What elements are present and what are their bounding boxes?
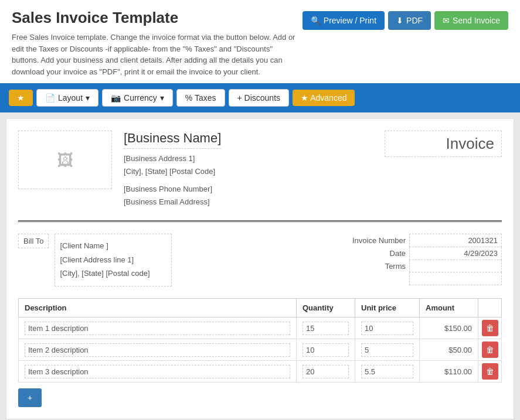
add-row-button[interactable]: +	[18, 388, 42, 407]
col-actions	[478, 299, 502, 317]
invoice-date-value[interactable]: 4/29/2023	[410, 247, 502, 260]
item-amount-cell-1: $50.00	[420, 339, 478, 361]
preview-print-button[interactable]: 🔍 Preview / Print	[303, 11, 385, 30]
search-icon: 🔍	[311, 16, 321, 25]
item-unitprice-cell-0[interactable]	[355, 317, 420, 339]
invoice-meta: Invoice Number 2001321 Date 4/29/2023 Te…	[314, 234, 502, 286]
logo-box[interactable]: 🖼	[18, 131, 112, 189]
invoice-number-row: Invoice Number 2001321	[314, 234, 502, 247]
taxes-button[interactable]: % Taxes	[176, 89, 225, 107]
billing-section: Bill To [Client Name ] [Client Address l…	[18, 234, 502, 286]
items-table: Description Quantity Unit price Amount $…	[18, 298, 502, 383]
business-address1[interactable]: [Business Address 1]	[124, 152, 221, 165]
item-unitprice-input-1[interactable]	[361, 343, 413, 357]
page-description: Free Sales Invoice template. Change the …	[12, 32, 299, 77]
home-icon: ★	[17, 93, 25, 103]
item-description-input-1[interactable]	[25, 343, 290, 357]
business-info: [Business Name] [Business Address 1] [Ci…	[124, 131, 221, 209]
trash-icon: 🗑	[486, 323, 494, 333]
invoice-terms-value[interactable]	[410, 260, 502, 272]
layout-icon: 📄	[45, 93, 55, 103]
invoice-extra-label	[314, 272, 410, 285]
advanced-button[interactable]: ★ Advanced	[293, 90, 355, 106]
discounts-button[interactable]: + Discounts	[229, 89, 290, 107]
client-name[interactable]: [Client Name ]	[60, 239, 166, 252]
item-unitprice-cell-1[interactable]	[355, 339, 420, 361]
item-quantity-cell-1[interactable]	[297, 339, 355, 361]
invoice-terms-row: Terms	[314, 260, 502, 272]
business-city-state-zip[interactable]: [City], [State] [Postal Code]	[124, 165, 221, 178]
image-icon: 🖼	[57, 151, 73, 170]
col-description: Description	[19, 299, 297, 317]
col-quantity: Quantity	[297, 299, 355, 317]
currency-button[interactable]: 📷 Currency ▾	[102, 89, 173, 107]
invoice-extra-row	[314, 272, 502, 285]
invoice-title-box: Invoice	[385, 131, 502, 209]
item-amount-cell-0: $150.00	[420, 317, 478, 339]
caret-icon: ▾	[86, 93, 90, 103]
col-amount: Amount	[420, 299, 478, 317]
item-amount-cell-2: $110.00	[420, 361, 478, 383]
trash-icon: 🗑	[486, 367, 494, 376]
meta-table: Invoice Number 2001321 Date 4/29/2023 Te…	[314, 234, 502, 285]
item-unitprice-cell-2[interactable]	[355, 361, 420, 383]
email-icon: ✉	[443, 16, 450, 25]
item-delete-cell-1[interactable]: 🗑	[478, 339, 502, 361]
item-quantity-cell-0[interactable]	[297, 317, 355, 339]
table-row: $110.00 🗑	[19, 361, 502, 383]
item-description-input-0[interactable]	[25, 322, 290, 335]
item-quantity-input-0[interactable]	[303, 322, 349, 335]
item-quantity-cell-2[interactable]	[297, 361, 355, 383]
invoice-date-row: Date 4/29/2023	[314, 247, 502, 260]
page-title: Sales Invoice Template	[12, 9, 299, 27]
pdf-button[interactable]: ⬇ PDF	[388, 11, 431, 30]
business-email[interactable]: [Business Email Address]	[124, 196, 221, 209]
col-unit-price: Unit price	[355, 299, 420, 317]
delete-row-button-1[interactable]: 🗑	[482, 342, 498, 358]
table-row: $150.00 🗑	[19, 317, 502, 339]
home-button[interactable]: ★	[9, 90, 33, 106]
caret-icon: ▾	[160, 93, 164, 103]
item-description-input-2[interactable]	[25, 365, 290, 378]
item-unitprice-input-2[interactable]	[361, 365, 413, 378]
item-description-cell-0[interactable]	[19, 317, 297, 339]
invoice-terms-label: Terms	[314, 260, 410, 272]
invoice-date-label: Date	[314, 247, 410, 260]
invoice-number-label: Invoice Number	[314, 234, 410, 247]
invoice-area: 🖼 [Business Name] [Business Address 1] […	[6, 118, 514, 419]
trash-icon: 🗑	[486, 345, 494, 354]
delete-row-button-0[interactable]: 🗑	[482, 320, 498, 336]
invoice-extra-value[interactable]	[410, 272, 502, 285]
delete-row-button-2[interactable]: 🗑	[482, 363, 498, 380]
item-delete-cell-0[interactable]: 🗑	[478, 317, 502, 339]
layout-button[interactable]: 📄 Layout ▾	[36, 89, 98, 107]
invoice-header: 🖼 [Business Name] [Business Address 1] […	[18, 131, 502, 209]
business-phone[interactable]: [Business Phone Number]	[124, 183, 221, 196]
header-divider	[18, 220, 502, 222]
toolbar: ★ 📄 Layout ▾ 📷 Currency ▾ % Taxes + Disc…	[0, 83, 520, 112]
send-invoice-button[interactable]: ✉ Send Invoice	[434, 11, 508, 30]
bill-to-box: Bill To [Client Name ] [Client Address l…	[18, 234, 172, 286]
item-delete-cell-2[interactable]: 🗑	[478, 361, 502, 383]
item-quantity-input-1[interactable]	[303, 343, 349, 357]
table-row: $50.00 🗑	[19, 339, 502, 361]
business-name[interactable]: [Business Name]	[124, 131, 221, 149]
client-city-state[interactable]: [City], [State] [Postal code]	[60, 267, 166, 280]
download-icon: ⬇	[396, 16, 403, 25]
invoice-number-value[interactable]: 2001321	[410, 234, 502, 247]
item-unitprice-input-0[interactable]	[361, 322, 413, 335]
client-address1[interactable]: [Client Address line 1]	[60, 253, 166, 267]
item-description-cell-1[interactable]	[19, 339, 297, 361]
bill-to-fields[interactable]: [Client Name ] [Client Address line 1] […	[55, 234, 172, 286]
table-header-row: Description Quantity Unit price Amount	[19, 299, 502, 317]
item-description-cell-2[interactable]	[19, 361, 297, 383]
item-quantity-input-2[interactable]	[303, 365, 349, 378]
bill-to-label: Bill To	[18, 234, 49, 248]
invoice-title[interactable]: Invoice	[385, 131, 502, 157]
currency-icon: 📷	[111, 93, 121, 103]
